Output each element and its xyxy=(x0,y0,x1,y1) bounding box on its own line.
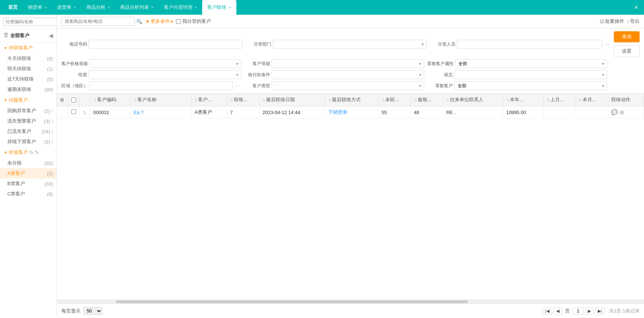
nav-home[interactable]: 首页 xyxy=(3,0,23,15)
sidebar-item-repurchase-anomaly[interactable]: 回购异常客户 (2) ℹ xyxy=(0,106,57,116)
phone-input[interactable] xyxy=(89,40,243,49)
info-icon-2: ℹ xyxy=(51,129,53,134)
sidebar-collapse-icon[interactable]: ◀ xyxy=(49,33,53,39)
th-num xyxy=(79,93,90,106)
price-level-select[interactable] xyxy=(89,59,242,68)
th-this-year[interactable]: ⇅ 本年... xyxy=(503,93,543,106)
sidebar-item-overdue[interactable]: 逾期未联络 (30) xyxy=(0,84,57,95)
scrollbar-thumb xyxy=(116,300,468,303)
th-this-month[interactable]: ⇅ 本月... xyxy=(576,93,608,106)
close-sale[interactable]: × xyxy=(44,5,47,10)
page-input[interactable] xyxy=(573,307,584,315)
th-overdue[interactable]: ⇅ 逾期... xyxy=(411,93,443,106)
query-button[interactable]: 查询 xyxy=(614,31,640,42)
th-gear: ⚙ xyxy=(57,93,68,106)
filter-icon: ▼ xyxy=(145,19,150,24)
settings-button[interactable]: 设置 xyxy=(614,45,640,57)
refresh-icon[interactable]: ↻ xyxy=(29,150,33,155)
page-size-select[interactable]: 50 100 200 xyxy=(83,307,102,315)
sidebar-item-churned[interactable]: 已流失客户 (24) ℹ xyxy=(0,126,57,137)
sidebar-item-declining[interactable]: 持续下滑客户 (2) ℹ xyxy=(0,137,57,147)
th-year-sort-icon: ⇅ xyxy=(506,98,509,102)
close-all-tabs[interactable]: × xyxy=(631,4,641,11)
nature-select[interactable] xyxy=(89,70,242,79)
nav-sale[interactable]: 销货单 × xyxy=(23,0,52,15)
sidebar-item-class-a[interactable]: A类客户 (1) xyxy=(0,168,57,179)
more-filters-btn[interactable]: ▼ 更多条件 ▾ xyxy=(145,18,173,25)
sidebar-item-churn-warning[interactable]: 流失预警客户 (3) ℹ xyxy=(0,116,57,126)
th-type[interactable]: ⇅ 客户... xyxy=(192,93,227,106)
th-last-method[interactable]: ⇅ 最后联络方式 xyxy=(325,93,379,106)
pending-section-title[interactable]: ▼ 待联络客户 xyxy=(0,42,57,53)
sidebar-item-today[interactable]: 今天待联络 (0) xyxy=(0,53,57,64)
sidebar-item-tomorrow[interactable]: 明天待联络 (1) xyxy=(0,64,57,74)
qr-icon[interactable]: ⊞ xyxy=(620,109,624,115)
search-input[interactable] xyxy=(61,17,135,26)
row-code: 000031 xyxy=(90,106,130,119)
close-customer-contact[interactable]: × xyxy=(229,5,231,10)
scatter-attr-select[interactable]: 全部 xyxy=(455,59,607,68)
dept-select[interactable] xyxy=(273,40,427,49)
th-name[interactable]: ⇅ 客户名称 xyxy=(130,93,192,106)
region-dots-icon[interactable]: ··· xyxy=(234,83,242,89)
status-select[interactable] xyxy=(454,70,607,79)
row-last-method[interactable]: 下销货单 xyxy=(325,106,379,119)
search-icon[interactable]: 🔍 xyxy=(136,19,142,24)
row-name[interactable]: Ea ? xyxy=(130,106,192,119)
row-contact-count: 7 xyxy=(227,106,259,119)
th-date-sort-icon: ⇅ xyxy=(262,98,265,102)
export-btn[interactable]: ↑ 导出 xyxy=(627,18,640,25)
batch-op-btn[interactable]: ☑ 批量操作 xyxy=(600,18,624,25)
nav-customer-contact[interactable]: 客户联络 × xyxy=(202,0,236,15)
th-method-sort-icon: ⇅ xyxy=(328,98,331,102)
customer-level-select[interactable] xyxy=(272,59,425,68)
select-all-checkbox[interactable] xyxy=(71,98,76,102)
scatter-customer-select[interactable]: 全部 xyxy=(454,81,607,90)
next-page-btn[interactable]: ▶ xyxy=(585,307,594,315)
prev-page-btn[interactable]: ◀ xyxy=(554,307,562,315)
sidebar-item-class-c[interactable]: C类客户 (6) xyxy=(0,189,57,199)
close-analysis[interactable]: × xyxy=(108,5,110,10)
value-section-title[interactable]: ▼ 价值客户 ↻ ✎ xyxy=(0,147,57,158)
manager-dots-icon[interactable]: ··· xyxy=(604,41,611,47)
payment-select[interactable] xyxy=(272,70,425,79)
first-page-btn[interactable]: |◀ xyxy=(543,307,552,315)
sidebar-item-class-b[interactable]: B类客户 (33) xyxy=(0,179,57,189)
last-page-btn[interactable]: ▶| xyxy=(595,307,605,315)
page-nav: |◀ ◀ 页 ▶ ▶| 共1页 1条记录 xyxy=(543,307,640,315)
th-code-sort-icon: ⇅ xyxy=(93,98,96,102)
sidebar-item-ungroup[interactable]: 未分组 (32) xyxy=(0,158,57,168)
th-no-contact[interactable]: ⇅ 未联... xyxy=(379,93,411,106)
manager-input[interactable] xyxy=(457,40,602,49)
close-analysis-list[interactable]: × xyxy=(151,5,153,10)
nav-purchase[interactable]: 进货单 × xyxy=(52,0,81,15)
horizontal-scrollbar[interactable] xyxy=(57,300,644,303)
customer-type-select[interactable] xyxy=(272,81,425,90)
filter-row-1: 电话号码 分管部门 ▼ 分管人员 ··· 查询 设置 xyxy=(61,31,640,57)
my-customers-checkbox[interactable]: 我分管的客户 xyxy=(176,18,211,25)
chat-icon[interactable]: 💬 xyxy=(611,109,618,115)
filter-manager: 分管人员 ··· xyxy=(430,40,611,49)
sidebar-all-customers-header: ⠿ 全部客户 ◀ xyxy=(0,29,57,42)
region-input[interactable] xyxy=(89,81,233,90)
close-customer-segment[interactable]: × xyxy=(195,5,197,10)
value-arrow-icon: ▼ xyxy=(4,151,7,155)
row-checkbox[interactable] xyxy=(71,109,76,114)
th-last-date[interactable]: ⇅ 最后联络日期 xyxy=(259,93,325,106)
grid-icon: ⠿ xyxy=(4,32,8,39)
edit-value-icon[interactable]: ✎ xyxy=(35,150,39,155)
nav-customer-segment[interactable]: 客户分层经营 × xyxy=(159,0,202,15)
sidebar-search-input[interactable] xyxy=(3,18,57,26)
gear-icon[interactable]: ⚙ xyxy=(60,97,64,103)
close-purchase[interactable]: × xyxy=(74,5,76,10)
sidebar-item-7days[interactable]: 近7天待联络 (0) xyxy=(0,74,57,84)
th-contact-count[interactable]: ⇅ 联络... xyxy=(227,93,259,106)
nav-analysis[interactable]: 商品分析 × xyxy=(81,0,115,15)
problem-section-title[interactable]: ▼ 问题客户 xyxy=(0,95,57,106)
sidebar-search-area: 🔍 xyxy=(0,15,57,29)
th-contact-person[interactable]: ⇅ 往来单位联系人 xyxy=(443,93,503,106)
th-code[interactable]: ⇅ 客户编码 xyxy=(90,93,130,106)
filter-scatter-customer: 零散客户 全部 ▼ xyxy=(427,81,607,90)
th-last-month[interactable]: ⇅ 上月... xyxy=(544,93,576,106)
nav-analysis-list[interactable]: 商品分析列表 × xyxy=(115,0,158,15)
